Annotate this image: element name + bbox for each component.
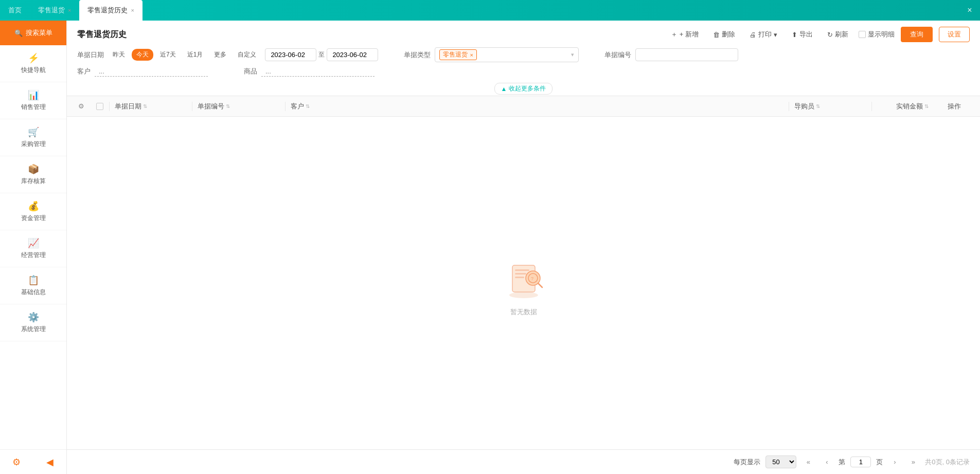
tab-return[interactable]: 零售退货× <box>30 0 79 21</box>
date-btn-last7[interactable]: 近7天 <box>155 49 181 61</box>
date-btn-more[interactable]: 更多 <box>209 49 231 61</box>
window-close-button[interactable]: × <box>959 0 980 21</box>
customer-input[interactable] <box>95 66 208 77</box>
tab-return-history[interactable]: 零售退货历史× <box>79 0 142 21</box>
export-button[interactable]: ⬆ 导出 <box>788 28 817 41</box>
search-icon: 🔍 <box>14 29 23 37</box>
page-label-after: 页 <box>876 458 883 467</box>
sidebar-icon-finance: 💰 <box>28 200 39 212</box>
doc-type-tag-close[interactable]: × <box>470 52 473 58</box>
date-btn-custom[interactable]: 自定义 <box>233 49 261 61</box>
sidebar-icon-operation: 📈 <box>28 238 39 249</box>
header-actions: ＋ + 新增 🗑 删除 🖨 打印 ▾ ⬆ 导出 <box>667 27 970 42</box>
next-page-button[interactable]: › <box>888 455 901 469</box>
th-date-label: 单据日期 <box>115 102 141 111</box>
collapse-button[interactable]: ▲ 收起更多条件 <box>494 83 553 95</box>
table-header: ⚙ 单据日期 ⇅ 单据编号 ⇅ 客户 ⇅ <box>67 96 980 117</box>
filter-goods: 商品 <box>244 66 375 77</box>
select-all-checkbox-box[interactable] <box>96 103 103 110</box>
refresh-button[interactable]: ↻ 刷新 <box>823 28 852 41</box>
date-label: 单据日期 <box>77 50 104 60</box>
doc-no-input[interactable] <box>635 48 738 61</box>
table-select-all-checkbox[interactable] <box>91 103 109 110</box>
total-info: 共0页, 0条记录 <box>925 458 970 467</box>
print-button[interactable]: 🖨 打印 ▾ <box>745 28 781 41</box>
tab-return-history-close[interactable]: × <box>131 7 134 13</box>
date-from-input[interactable] <box>265 48 316 61</box>
sidebar-item-finance[interactable]: 💰 资金管理 <box>0 193 66 230</box>
th-no[interactable]: 单据编号 ⇅ <box>192 102 285 111</box>
sidebar-item-basic-info[interactable]: 📋 基础信息 <box>0 267 66 304</box>
sidebar-search-button[interactable]: 🔍 搜索菜单 <box>0 21 66 45</box>
show-detail-checkbox[interactable] <box>859 31 866 38</box>
date-to-input[interactable] <box>327 48 378 61</box>
sidebar-label-basic-info: 基础信息 <box>21 288 46 297</box>
sidebar-item-purchase[interactable]: 🛒 采购管理 <box>0 119 66 156</box>
collapse-label: 收起更多条件 <box>509 84 546 93</box>
sidebar-item-operation[interactable]: 📈 经营管理 <box>0 230 66 267</box>
th-no-label: 单据编号 <box>198 102 224 111</box>
tab-return-close[interactable]: × <box>68 7 71 13</box>
sidebar-item-inventory[interactable]: 📦 库存核算 <box>0 156 66 193</box>
doc-type-select[interactable]: 零售退货 × ▾ <box>435 47 579 62</box>
query-button[interactable]: 查询 <box>901 27 933 42</box>
th-action-label: 操作 <box>948 102 961 111</box>
th-guide-sort-icon: ⇅ <box>816 103 820 109</box>
filter-row-2: 客户 商品 <box>77 66 970 77</box>
doc-no-label: 单据编号 <box>604 50 631 60</box>
collapse-icon: ▲ <box>501 85 507 93</box>
empty-state: ? 暂无数据 <box>67 117 980 449</box>
date-btn-last1m[interactable]: 近1月 <box>183 49 208 61</box>
th-amount-label: 实销金额 <box>896 102 923 111</box>
doc-type-tag-text: 零售退货 <box>443 50 468 59</box>
delete-button[interactable]: 🗑 删除 <box>709 28 739 41</box>
empty-text: 暂无数据 <box>510 307 537 317</box>
page-size-select[interactable]: 50 20 100 <box>765 455 796 468</box>
date-btn-yesterday[interactable]: 昨天 <box>108 49 130 61</box>
th-date-sort-icon: ⇅ <box>143 103 147 109</box>
th-guide-label: 导购员 <box>794 102 814 111</box>
th-date[interactable]: 单据日期 ⇅ <box>110 102 192 111</box>
sidebar-item-sales[interactable]: 📊 销售管理 <box>0 82 66 119</box>
main-content: 零售退货历史 ＋ + 新增 🗑 删除 🖨 打印 ▾ <box>67 21 980 474</box>
print-dropdown-icon: ▾ <box>774 31 777 39</box>
new-button[interactable]: ＋ + 新增 <box>667 28 703 41</box>
new-label: + 新增 <box>680 30 699 39</box>
show-detail-label: 显示明细 <box>868 30 895 39</box>
print-icon: 🖨 <box>750 31 756 39</box>
tab-home[interactable]: 首页 <box>0 0 30 21</box>
sidebar-label-system: 系统管理 <box>21 325 46 334</box>
table-wrap: ⚙ 单据日期 ⇅ 单据编号 ⇅ 客户 ⇅ <box>67 96 980 449</box>
goods-input[interactable] <box>261 66 375 77</box>
filter-section: 单据日期 昨天今天近7天近1月更多自定义 至 单据类型 零售退货 <box>77 47 970 96</box>
sidebar-settings-button[interactable]: ⚙ <box>0 450 33 474</box>
svg-rect-2 <box>515 269 529 271</box>
sidebar-item-system[interactable]: ⚙️ 系统管理 <box>0 304 66 341</box>
print-label: 打印 <box>758 30 772 39</box>
show-detail-toggle[interactable]: 显示明细 <box>859 30 895 39</box>
page-number-input[interactable] <box>850 457 871 467</box>
sidebar-collapse-button[interactable]: ◀ <box>33 450 67 474</box>
filter-doc-no: 单据编号 <box>604 48 738 61</box>
prev-page-button[interactable]: ‹ <box>820 455 833 469</box>
table-settings-icon[interactable]: ⚙ <box>72 102 91 110</box>
page-header: 零售退货历史 ＋ + 新增 🗑 删除 🖨 打印 ▾ <box>67 21 980 96</box>
top-bar: 首页零售退货×零售退货历史× × <box>0 0 980 21</box>
sidebar-label-operation: 经营管理 <box>21 251 46 260</box>
th-customer-label: 客户 <box>291 102 304 111</box>
setting-button[interactable]: 设置 <box>939 27 970 42</box>
th-amount-sort-icon: ⇅ <box>924 103 929 109</box>
sidebar-icon-inventory: 📦 <box>28 163 39 175</box>
doc-type-dropdown-icon: ▾ <box>571 51 574 58</box>
th-customer[interactable]: 客户 ⇅ <box>286 102 789 111</box>
sidebar-icon-system: ⚙️ <box>28 312 39 323</box>
date-btn-today[interactable]: 今天 <box>132 49 153 61</box>
th-guide[interactable]: 导购员 ⇅ <box>789 102 871 111</box>
last-page-button[interactable]: » <box>906 455 920 469</box>
sidebar-item-quick-nav[interactable]: ⚡ 快捷导航 <box>0 45 66 82</box>
first-page-button[interactable]: « <box>801 455 815 469</box>
empty-illustration: ? <box>498 250 549 301</box>
refresh-icon: ↻ <box>827 31 833 39</box>
export-icon: ⬆ <box>792 31 797 39</box>
th-amount[interactable]: 实销金额 ⇅ <box>872 102 934 111</box>
